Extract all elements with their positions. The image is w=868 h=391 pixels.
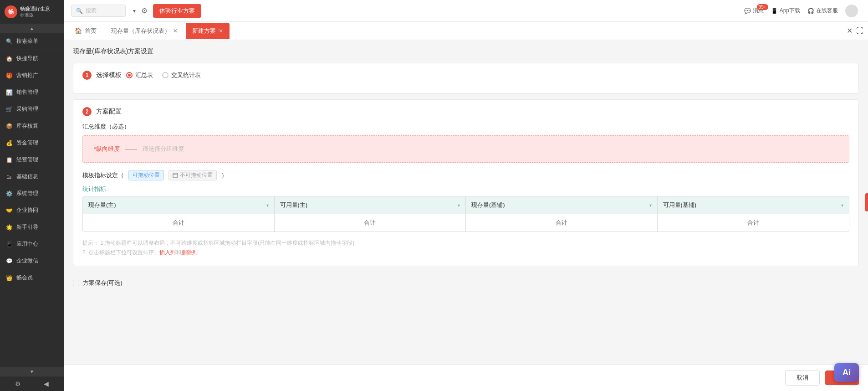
topbar-dropdown[interactable]: ▾ [131, 8, 136, 14]
main-area: 🔍 搜索 ▾ ⚙ 体验行业方案 💬 消息 99+ 📱 App下载 🎧 在线客服 [64, 0, 868, 391]
tab-inventory-label: 现存量（库存状况表） [111, 27, 170, 35]
sidebar-item-inventory[interactable]: 📦 库存核算 [0, 118, 64, 134]
section1-title: 选择模板 [96, 71, 122, 79]
sidebar-item-label: 基础信息 [16, 173, 38, 180]
bag-icon: 🛒 [5, 106, 13, 113]
radio-cross-table[interactable]: 交叉统计表 [162, 71, 201, 79]
content-area: 现存量(库存状况表)方案设置 1 选择模板 汇总表 交叉统计表 [64, 40, 868, 364]
mobile-icon: 📱 [771, 8, 778, 14]
collapse-icon[interactable]: ◀ [44, 380, 49, 387]
sidebar-item-purchase[interactable]: 🛒 采购管理 [0, 101, 64, 118]
company-icon: 🤝 [5, 207, 13, 214]
stats-header-cell-3[interactable]: 现存量(基辅) ▾ [466, 196, 658, 214]
topbar-search[interactable]: 🔍 搜索 [71, 5, 126, 17]
stats-header-cell-1[interactable]: 现存量(主) ▾ [83, 196, 275, 214]
settings-gear-icon[interactable]: ⚙ [141, 6, 148, 15]
sidebar-search-label: 搜索菜单 [16, 37, 38, 45]
user-menu[interactable] [845, 5, 861, 17]
save-checkbox[interactable] [73, 280, 79, 286]
sidebar-item-wechat[interactable]: 💬 企业微信 [0, 252, 64, 269]
tab-home[interactable]: 🏠 首页 [68, 23, 103, 39]
home-tab-icon: 🏠 [75, 27, 82, 34]
sidebar-scroll-down[interactable]: ▼ [0, 367, 64, 376]
stats-table-row: 合计 合计 合计 合计 [83, 214, 849, 232]
stats-cell-body-1: 合计 [83, 214, 275, 232]
chevron-down-icon-2[interactable]: ▾ [458, 203, 460, 208]
dimension-area[interactable]: *纵向维度 —— 请选择分组维度 [82, 135, 849, 163]
sidebar-item-label: 经营管理 [16, 156, 38, 164]
chart-icon: 📊 [5, 89, 13, 96]
sidebar-item-label: 企业协同 [16, 206, 38, 214]
tab-expand-button[interactable]: ⛶ [856, 27, 863, 35]
radio-dot-summary [126, 72, 133, 78]
sidebar-item-label: 畅会员 [16, 274, 33, 282]
header-label-1: 现存量(主) [88, 201, 116, 209]
sidebar-item-apps[interactable]: 📱 应用中心 [0, 236, 64, 252]
section2-card: 2 方案配置 汇总维度（必选） *纵向维度 —— 请选择分组维度 模板指标设定（… [73, 99, 859, 266]
delete-col-link[interactable]: 删除列 [181, 249, 198, 256]
tab-new-scheme-close-icon[interactable]: ✕ [219, 28, 223, 34]
search-icon: 🔍 [76, 8, 83, 14]
sidebar-item-enterprise[interactable]: 🤝 企业协同 [0, 202, 64, 219]
stats-table-header: 现存量(主) ▾ 可用量(主) ▾ 现存量(基辅) ▾ [83, 196, 849, 214]
trial-industry-button[interactable]: 体验行业方案 [153, 4, 201, 18]
template-radio-group: 汇总表 交叉统计表 [126, 71, 201, 79]
app-download-button[interactable]: 📱 App下载 [771, 7, 800, 15]
radio-label-cross: 交叉统计表 [171, 71, 201, 79]
message-badge: 99+ [757, 4, 768, 10]
app-logo-icon: 畅 [5, 5, 17, 18]
sidebar-item-guide[interactable]: 🌟 新手引导 [0, 219, 64, 236]
chevron-down-icon-4[interactable]: ▾ [841, 203, 843, 208]
insert-col-link[interactable]: 插入列 [159, 249, 176, 256]
hint-text-2: 2. 点击标题栏下拉可设置排序、 [82, 249, 159, 256]
online-service-button[interactable]: 🎧 在线客服 [807, 7, 838, 15]
sidebar-item-label: 快捷导航 [16, 55, 38, 62]
sidebar-nav: 🏠 快捷导航 🎁 营销推广 📊 销售管理 🛒 采购管理 📦 库存核算 💰 资金管… [0, 50, 64, 367]
tab-close-button[interactable]: ✕ [847, 26, 853, 35]
tabs-right-controls: ✕ ⛶ [847, 26, 863, 35]
sidebar-item-home[interactable]: 🏠 快捷导航 [0, 50, 64, 67]
section1-card: 1 选择模板 汇总表 交叉统计表 [73, 63, 859, 94]
stats-title: 统计指标 [82, 185, 849, 193]
sidebar-item-basic-info[interactable]: 🗂 基础信息 [0, 168, 64, 185]
chevron-down-icon-3[interactable]: ▾ [649, 203, 652, 208]
tab-new-scheme[interactable]: 新建方案 ✕ [186, 23, 230, 39]
sidebar-logo: 畅 畅赚通好生意 标准版 [0, 0, 64, 24]
home-icon: 🏠 [5, 55, 13, 62]
settings-icon[interactable]: ⚙ [15, 380, 21, 387]
svg-rect-0 [173, 173, 178, 178]
search-icon: 🔍 [5, 38, 13, 45]
section1-header: 1 选择模板 汇总表 交叉统计表 [82, 71, 849, 80]
sidebar-item-sales[interactable]: 📊 销售管理 [0, 84, 64, 101]
tab-new-scheme-label: 新建方案 [192, 27, 216, 35]
no-drag-badge: 不可拖动位置 [168, 170, 217, 180]
sidebar-item-system[interactable]: ⚙️ 系统管理 [0, 185, 64, 202]
message-button[interactable]: 💬 消息 99+ [744, 7, 764, 15]
cancel-button[interactable]: 取消 [785, 370, 820, 386]
home-tab-label: 首页 [85, 27, 97, 35]
sidebar-scroll-up[interactable]: ▲ [0, 24, 64, 33]
action-bar: 取消 查询 [64, 364, 868, 391]
draggable-badge: 可拖动位置 [128, 170, 164, 180]
radio-summary-table[interactable]: 汇总表 [126, 71, 153, 79]
save-option-checkbox[interactable]: 方案保存(可选) [73, 279, 859, 287]
hint-and: 和 [176, 249, 181, 256]
system-icon: ⚙️ [5, 190, 13, 197]
tab-inventory-close-icon[interactable]: ✕ [173, 28, 178, 34]
sidebar-item-search[interactable]: 🔍 搜索菜单 [0, 33, 64, 50]
stats-header-cell-2[interactable]: 可用量(主) ▾ [275, 196, 466, 214]
chevron-down-icon-1[interactable]: ▾ [266, 203, 269, 208]
ai-fab-button[interactable]: Ai [834, 363, 859, 382]
stats-header-cell-4[interactable]: 可用量(基辅) ▾ [658, 196, 849, 214]
radio-label-summary: 汇总表 [135, 71, 153, 79]
tab-inventory[interactable]: 现存量（库存状况表） ✕ [105, 23, 184, 39]
section2-header: 2 方案配置 [82, 107, 849, 116]
sidebar-item-finance[interactable]: 💰 资金管理 [0, 134, 64, 151]
hint-line-2: 2. 点击标题栏下拉可设置排序、插入列和删除列 [82, 249, 849, 257]
chevron-down-icon: ▾ [133, 8, 136, 14]
sidebar-item-operations[interactable]: 📋 经营管理 [0, 151, 64, 168]
sidebar-item-marketing[interactable]: 🎁 营销推广 [0, 67, 64, 84]
section2-title: 方案配置 [96, 108, 122, 116]
dim-placeholder-text: 请选择分组维度 [143, 145, 184, 153]
sidebar-item-member[interactable]: 👑 畅会员 [0, 269, 64, 286]
